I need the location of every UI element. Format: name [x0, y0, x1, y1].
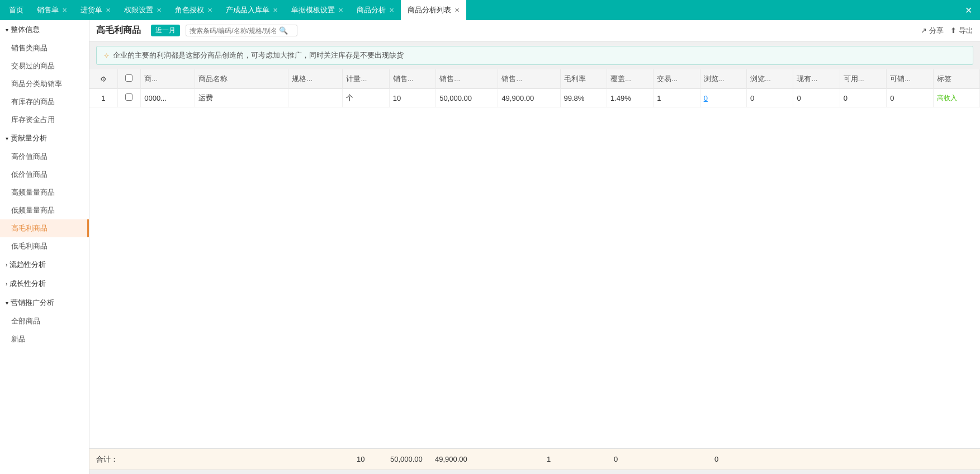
select-all-checkbox[interactable]	[125, 74, 132, 82]
footer-transaction: 1	[547, 455, 580, 463]
col-coverage: 覆盖...	[607, 69, 653, 89]
col-name: 商品名称	[195, 69, 288, 89]
footer-label: 合计：	[96, 454, 141, 464]
col-transaction: 交易...	[654, 69, 700, 89]
tip-banner: ✧ 企业的主要的利润都是这部分商品创造的，可考虑加大推广，同时关注库存是不要出现…	[96, 46, 973, 65]
col-available: 可用...	[840, 69, 886, 89]
sidebar-group-marketing[interactable]: ▾ 营销推广分析	[0, 293, 89, 312]
content-area: 高毛利商品 近一月 🔍 ↗ 分享 ⬆ 导出 ✧ 企业的主要的利润都是这部分商品创…	[89, 20, 980, 474]
table-wrapper: ⚙ 商... 商品名称 规格...	[89, 69, 980, 448]
arrow-trend: ›	[6, 262, 7, 268]
footer-sales-amount: 50,000.00	[390, 455, 435, 463]
sidebar-item-inventory-goods[interactable]: 有库存的商品	[0, 93, 89, 111]
col-sales-qty: 销售...	[389, 69, 435, 89]
row-checkbox[interactable]	[125, 93, 132, 101]
tab-template[interactable]: 单据模板设置 ✕	[285, 0, 350, 20]
tag-badge: 高收入	[937, 94, 957, 102]
footer-sales-qty: 10	[357, 455, 390, 463]
arrow-overall: ▾	[6, 27, 8, 33]
arrow-growth: ›	[6, 281, 7, 287]
page-title: 高毛利商品	[96, 25, 141, 36]
sidebar-item-low-price[interactable]: 低价值商品	[0, 166, 89, 184]
top-nav: 首页 销售单 ✕ 进货单 ✕ 权限设置 ✕ 角色授权 ✕ 产成品入库单 ✕ 单据…	[0, 0, 980, 20]
close-tab-purchase[interactable]: ✕	[106, 7, 111, 14]
sidebar-item-category-assist[interactable]: 商品分类助销率	[0, 75, 89, 93]
arrow-wealth: ▾	[6, 135, 8, 142]
content-header: 高毛利商品 近一月 🔍 ↗ 分享 ⬆ 导出	[89, 20, 980, 41]
header-actions: ↗ 分享 ⬆ 导出	[921, 26, 973, 36]
cell-unit: 个	[343, 89, 389, 107]
close-tab-roles[interactable]: ✕	[207, 7, 212, 14]
main-layout: ▾ 整体信息 销售类商品 交易过的商品 商品分类助销率 有库存的商品 库存资金占…	[0, 20, 980, 474]
col-browse1: 浏览...	[700, 69, 746, 89]
share-icon: ↗	[921, 26, 927, 35]
cell-transaction: 1	[654, 89, 700, 107]
close-tab-product-entry[interactable]: ✕	[273, 7, 278, 14]
cell-spec	[288, 89, 343, 107]
cell-sales-qty: 10	[389, 89, 435, 107]
close-tab-permissions[interactable]: ✕	[157, 7, 162, 14]
sidebar: ▾ 整体信息 销售类商品 交易过的商品 商品分类助销率 有库存的商品 库存资金占…	[0, 20, 89, 474]
col-unit: 计量...	[343, 69, 389, 89]
sidebar-group-trend[interactable]: › 流趋性分析	[0, 255, 89, 274]
horizontal-scrollbar[interactable]	[89, 470, 980, 474]
sidebar-item-all-goods[interactable]: 全部商品	[0, 312, 89, 330]
search-input[interactable]	[190, 27, 279, 35]
sidebar-item-inventory-ratio[interactable]: 库存资金占用	[0, 111, 89, 129]
col-checkbox[interactable]	[117, 69, 141, 89]
sidebar-group-wealth[interactable]: ▾ 贡献量分析	[0, 129, 89, 148]
cell-sellable: 0	[887, 89, 933, 107]
close-tab-template[interactable]: ✕	[338, 7, 343, 14]
tab-purchase[interactable]: 进货单 ✕	[74, 0, 117, 20]
tab-analysis-list[interactable]: 商品分析列表 ✕	[401, 0, 466, 20]
cell-margin-rate: 99.8%	[560, 89, 607, 107]
sidebar-item-traded-goods[interactable]: 交易过的商品	[0, 57, 89, 75]
arrow-marketing: ▾	[6, 300, 8, 306]
tab-sales[interactable]: 销售单 ✕	[30, 0, 74, 20]
export-button[interactable]: ⬆ 导出	[950, 26, 973, 36]
cell-available: 0	[840, 89, 886, 107]
tab-product-entry[interactable]: 产成品入库单 ✕	[219, 0, 285, 20]
sidebar-item-high-freq[interactable]: 高频量量商品	[0, 184, 89, 201]
table-row: 1 0000... 运费 个 10 50,000.00 49,900.00 99…	[89, 89, 980, 107]
cell-browse2: 0	[747, 89, 793, 107]
sidebar-group-growth[interactable]: › 成长性分析	[0, 274, 89, 293]
cell-sales-cost: 49,900.00	[498, 89, 560, 107]
col-spec: 规格...	[288, 69, 343, 89]
sidebar-item-low-margin[interactable]: 低毛利商品	[0, 237, 89, 255]
footer-sales-cost: 49,900.00	[435, 455, 480, 463]
cell-code: 0000...	[141, 89, 195, 107]
cell-tag: 高收入	[933, 89, 979, 107]
sidebar-group-overall[interactable]: ▾ 整体信息	[0, 20, 89, 39]
period-button[interactable]: 近一月	[151, 25, 180, 36]
cell-checkbox[interactable]	[117, 89, 141, 107]
tab-roles[interactable]: 角色授权 ✕	[168, 0, 219, 20]
col-current-stock: 现有...	[793, 69, 840, 89]
sidebar-item-new-goods[interactable]: 新品	[0, 330, 89, 348]
settings-icon[interactable]: ⚙	[100, 75, 107, 83]
close-all-button[interactable]: ✕	[959, 5, 978, 16]
table-footer: 合计： 10 50,000.00 49,900.00 1 0 0	[89, 448, 980, 470]
tab-home[interactable]: 首页	[2, 0, 30, 20]
cell-coverage: 1.49%	[607, 89, 653, 107]
close-tab-sales[interactable]: ✕	[62, 7, 67, 14]
col-settings[interactable]: ⚙	[89, 69, 117, 89]
cell-name: 运费	[195, 89, 288, 107]
tip-icon: ✧	[103, 51, 110, 60]
browse1-link[interactable]: 0	[704, 94, 708, 102]
tab-permissions[interactable]: 权限设置 ✕	[117, 0, 168, 20]
sidebar-item-high-margin[interactable]: 高毛利商品	[0, 219, 89, 237]
sidebar-item-high-price[interactable]: 高价值商品	[0, 148, 89, 166]
search-icon[interactable]: 🔍	[279, 26, 288, 35]
close-tab-analysis-list[interactable]: ✕	[455, 7, 460, 14]
tab-analysis[interactable]: 商品分析 ✕	[350, 0, 401, 20]
col-sellable: 可销...	[887, 69, 933, 89]
col-margin-rate: 毛利率	[560, 69, 607, 89]
share-button[interactable]: ↗ 分享	[921, 26, 944, 36]
cell-browse1[interactable]: 0	[700, 89, 746, 107]
sidebar-item-low-freq[interactable]: 低频量量商品	[0, 201, 89, 219]
sidebar-item-sales-goods[interactable]: 销售类商品	[0, 39, 89, 57]
col-sales-amount: 销售...	[436, 69, 498, 89]
footer-browse2: 0	[614, 455, 647, 463]
close-tab-analysis[interactable]: ✕	[389, 7, 394, 14]
